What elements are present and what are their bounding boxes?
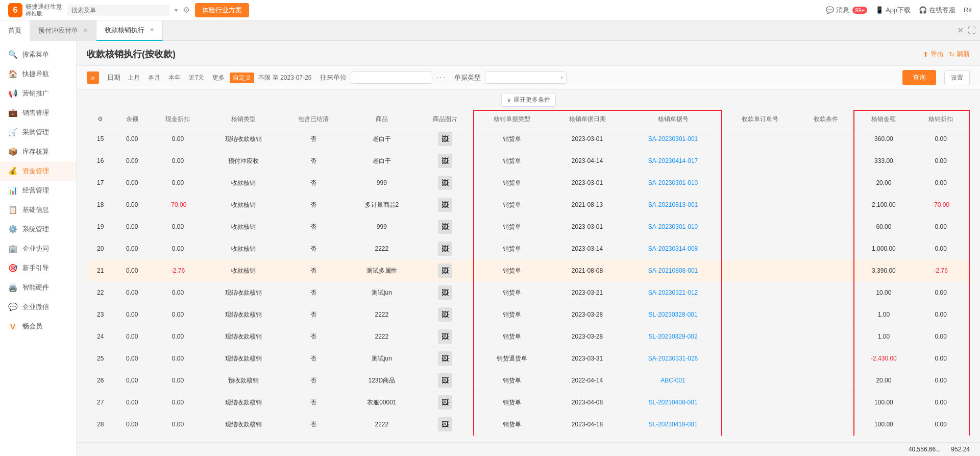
cancel-discount-total: 952.24: [951, 446, 970, 453]
date-btn-this-month[interactable]: 本月: [145, 73, 163, 83]
date-btn-prev-month[interactable]: 上月: [125, 73, 143, 83]
cell-receipt-order-no: [722, 326, 798, 348]
cell-num: 24: [87, 326, 114, 348]
sidebar-item-label: 新手引导: [22, 263, 49, 273]
query-btn[interactable]: 查询: [902, 70, 936, 85]
bill-no-link[interactable]: SA-20230301-010: [648, 223, 698, 230]
cell-bill-no: ABC-001: [625, 370, 722, 392]
bill-no-link[interactable]: SL-20230328-002: [649, 333, 698, 340]
cell-bill-date: 2023-03-01: [550, 216, 625, 238]
sidebar-item-purchase[interactable]: 🛒 采购管理: [0, 123, 76, 142]
cell-receipt-order-no: [722, 216, 798, 238]
data-table: ⚙ 余额 现金折扣 核销类型 包含已结清 商品 商品图片 核销单据类型 核销单据…: [87, 110, 970, 436]
cell-cash-discount: 0.00: [150, 172, 206, 194]
bill-no-link[interactable]: SA-20230331-026: [648, 355, 698, 362]
bill-no-link[interactable]: SA-20230301-001: [648, 135, 698, 142]
bill-no-link[interactable]: SA-20230314-008: [648, 245, 698, 252]
cell-bill-date: 2023-03-28: [550, 326, 625, 348]
cell-cancel-amount: 60.00: [854, 216, 913, 238]
industry-btn[interactable]: 体验行业方案: [195, 3, 249, 17]
sidebar-item-label: 畅会员: [22, 322, 42, 331]
cell-bill-no: SA-20230321-012: [625, 282, 722, 304]
cell-product: 2222: [346, 414, 417, 436]
refresh-btn[interactable]: ↻ 刷新: [949, 50, 970, 59]
cell-bill-date: 2023-03-31: [550, 348, 625, 370]
cell-receipt-condition: [798, 370, 854, 392]
tab-prepay-close[interactable]: ✕: [83, 27, 88, 34]
cell-balance: 0.00: [114, 392, 150, 414]
sidebar-item-basic[interactable]: 📋 基础信息: [0, 200, 76, 220]
tab-bar: 首页 预付冲应付单 ✕ 收款核销执行 ✕ ✕ ⛶: [0, 20, 980, 41]
cancel-amount-total: 40,556,66...: [909, 446, 941, 453]
col-bill-date: 核销单据日期: [550, 110, 625, 128]
bill-no-link[interactable]: SL-20230408-001: [649, 399, 698, 406]
date-btn-this-year[interactable]: 本年: [165, 73, 184, 83]
expand-tabs-icon[interactable]: ⛶: [968, 26, 976, 35]
cell-receipt-order-no: [722, 238, 798, 260]
cell-include-settled: 否: [281, 392, 346, 414]
bill-no-link[interactable]: SA-20230301-010: [648, 179, 698, 186]
cell-cancel-type: 收款核销: [206, 260, 281, 282]
messages-btn[interactable]: 💬 消息 99+: [826, 6, 867, 15]
more-dots-icon[interactable]: ···: [436, 73, 446, 82]
select-arrow-icon: ▾: [560, 74, 564, 81]
app-download-btn[interactable]: 📱 App下载: [875, 6, 911, 15]
expand-conditions-btn[interactable]: ∨ 展开更多条件: [501, 93, 556, 107]
bill-no-link[interactable]: SA-20230321-012: [648, 289, 698, 296]
sidebar-item-finance[interactable]: 💰 资金管理: [0, 161, 76, 181]
cell-cancel-type: 现结收款核销: [206, 348, 281, 370]
table-footer: 40,556,66... 952.24: [77, 442, 980, 456]
bill-no-link[interactable]: SA-20210808-001: [648, 267, 698, 274]
cell-product-image: 🖼: [417, 392, 474, 414]
cell-cancel-amount: 3,390.00: [854, 260, 913, 282]
settings-icon[interactable]: ⚙: [183, 5, 190, 15]
inventory-icon: 📦: [8, 147, 17, 156]
cell-include-settled: 否: [281, 238, 346, 260]
online-service-btn[interactable]: 🎧 在线客服: [919, 6, 955, 15]
filter-toggle-btn[interactable]: »: [87, 71, 99, 84]
cell-include-settled: 否: [281, 326, 346, 348]
refresh-icon: ↻: [949, 51, 954, 58]
sidebar-item-sales[interactable]: 💼 销售管理: [0, 103, 76, 123]
tab-receipt-close[interactable]: ✕: [150, 27, 154, 33]
sidebar-item-system[interactable]: ⚙️ 系统管理: [0, 220, 76, 239]
bill-no-link[interactable]: ABC-001: [660, 377, 685, 384]
from-unit-input[interactable]: [351, 71, 432, 84]
cell-bill-no: SA-20210813-001: [625, 194, 722, 216]
user-avatar[interactable]: Rit: [964, 6, 972, 14]
top-search-input[interactable]: [67, 5, 169, 16]
date-btn-more[interactable]: 更多: [209, 73, 228, 83]
sidebar-item-weixin[interactable]: 💬 企业微信: [0, 297, 76, 317]
sidebar-item-marketing[interactable]: 📢 营销推广: [0, 84, 76, 103]
close-all-tabs-icon[interactable]: ✕: [957, 26, 964, 35]
sidebar-item-newbie[interactable]: 🎯 新手引导: [0, 258, 76, 278]
cell-receipt-condition: [798, 260, 854, 282]
logo-text: 畅捷通好生意 标推版: [26, 3, 62, 17]
sidebar-item-inventory[interactable]: 📦 库存核算: [0, 142, 76, 161]
expand-bar: ∨ 展开更多条件: [77, 90, 980, 110]
dropdown-icon[interactable]: ▾: [175, 7, 178, 14]
cell-bill-type: 销货单: [474, 304, 550, 326]
sidebar-item-search[interactable]: 🔍 搜索菜单: [0, 45, 76, 64]
tab-prepay[interactable]: 预付冲应付单 ✕: [30, 20, 96, 41]
date-btn-7days[interactable]: 近7天: [186, 73, 208, 83]
sidebar-item-label: 系统管理: [22, 225, 49, 234]
bill-no-link[interactable]: SA-20230414-017: [648, 157, 698, 164]
export-btn[interactable]: ⬆ 导出: [923, 50, 944, 59]
bill-no-link[interactable]: SA-20210813-001: [648, 201, 698, 208]
sidebar-item-enterprise[interactable]: 🏢 企业协同: [0, 239, 76, 258]
sidebar-item-member[interactable]: V 畅会员: [0, 317, 76, 336]
bill-no-link[interactable]: SL-20230328-001: [649, 311, 698, 318]
sidebar-item-operations[interactable]: 📊 经营管理: [0, 181, 76, 200]
cell-include-settled: 否: [281, 414, 346, 436]
date-btn-custom[interactable]: 自定义: [230, 73, 254, 83]
bill-type-input[interactable]: [485, 71, 567, 84]
col-settings[interactable]: ⚙: [87, 110, 114, 128]
sidebar-item-quicknav[interactable]: 🏠 快捷导航: [0, 64, 76, 84]
bill-no-link[interactable]: SL-20230418-001: [649, 421, 698, 428]
sidebar-item-hardware[interactable]: 🖨️ 智能硬件: [0, 278, 76, 297]
col-cancel-discount: 核销折扣: [913, 110, 969, 128]
tab-receipt[interactable]: 收款核销执行 ✕: [96, 20, 163, 41]
table-settings-btn[interactable]: 设置: [944, 70, 970, 85]
tab-home[interactable]: 首页: [0, 20, 30, 41]
